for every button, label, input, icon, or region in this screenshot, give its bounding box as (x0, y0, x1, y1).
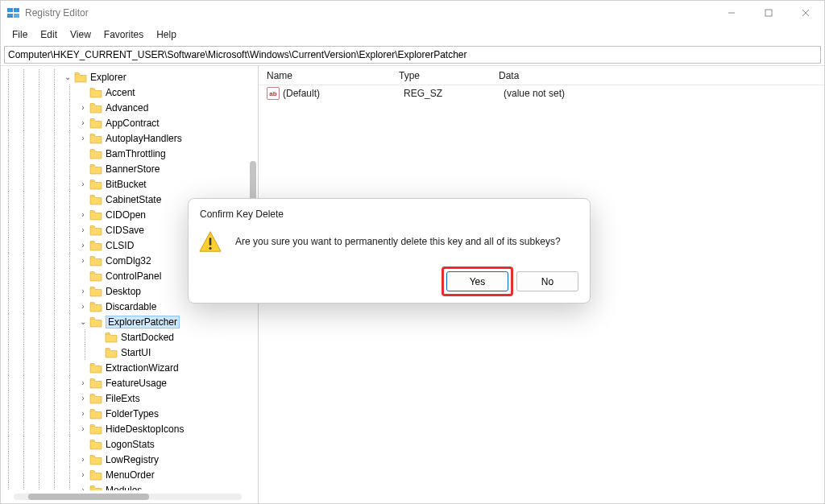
tree-item-label: LogonStats (106, 439, 155, 450)
col-header-data[interactable]: Data (491, 70, 824, 81)
tree-toggle-closed[interactable]: › (77, 209, 89, 221)
tree-item[interactable]: StartDocked (1, 329, 258, 345)
menu-help[interactable]: Help (150, 27, 183, 42)
tree-item[interactable]: ›FeatureUsage (1, 375, 258, 390)
folder-icon (89, 87, 102, 98)
tree-toggle-open[interactable]: ⌄ (77, 316, 89, 328)
menu-favorites[interactable]: Favorites (97, 27, 150, 42)
tree-item[interactable]: ›MenuOrder (1, 467, 258, 482)
menu-file[interactable]: File (6, 27, 34, 42)
maximize-button[interactable] (750, 1, 787, 25)
tree-toggle-closed[interactable]: › (77, 118, 89, 129)
tree-item-label: ExtractionWizard (106, 362, 179, 374)
tree-toggle-closed[interactable]: › (77, 485, 89, 491)
svg-rect-9 (209, 238, 212, 245)
tree-item-label: FeatureUsage (106, 378, 167, 389)
tree-item-label: FileExts (106, 393, 140, 404)
tree-item-label: Desktop (106, 286, 141, 297)
tree-item[interactable]: ›AutoplayHandlers (1, 130, 258, 146)
tree-toggle-closed[interactable]: › (77, 102, 89, 114)
folder-icon (89, 194, 102, 205)
tree-item[interactable]: LogonStats (1, 436, 258, 452)
tree-item[interactable]: ›LowRegistry (1, 452, 258, 467)
tree-item[interactable]: ⌄Explorer (1, 69, 258, 85)
tree-toggle-closed[interactable]: › (77, 378, 89, 389)
address-path: Computer\HKEY_CURRENT_USER\Software\Micr… (8, 49, 467, 60)
tree-item-label: CIDOpen (106, 209, 146, 221)
tree-toggle-closed[interactable]: › (77, 301, 89, 312)
tree-toggle-none (77, 87, 89, 98)
tree-item-label: CabinetState (106, 194, 161, 205)
tree-toggle-closed[interactable]: › (77, 423, 89, 435)
tree-item-label: ComDlg32 (106, 255, 151, 266)
tree-item[interactable]: BamThrottling (1, 146, 258, 161)
minimize-button[interactable] (713, 1, 750, 25)
folder-icon (89, 469, 102, 481)
value-name: (Default) (283, 88, 396, 99)
folder-icon (89, 179, 102, 190)
tree-toggle-closed[interactable]: › (77, 469, 89, 481)
tree-item-label: HideDesktopIcons (106, 423, 184, 435)
folder-icon (89, 439, 102, 450)
tree-item[interactable]: ›FileExts (1, 390, 258, 406)
value-data: (value not set) (495, 88, 824, 99)
tree-toggle-closed[interactable]: › (77, 454, 89, 465)
tree-toggle-closed[interactable]: › (77, 286, 89, 297)
tree-toggle-closed[interactable]: › (77, 179, 89, 190)
svg-rect-0 (7, 8, 13, 12)
svg-rect-5 (765, 10, 772, 16)
yes-button[interactable]: Yes (446, 271, 508, 291)
no-button[interactable]: No (516, 271, 578, 291)
tree-toggle-none (93, 332, 104, 343)
tree-item[interactable]: ›Advanced (1, 100, 258, 115)
tree-item-label: AppContract (106, 118, 160, 129)
folder-icon (89, 408, 102, 419)
tree-item[interactable]: ⌄ExplorerPatcher (1, 314, 258, 329)
tree-item[interactable]: ExtractionWizard (1, 360, 258, 375)
tree-item-label: FolderTypes (106, 408, 159, 419)
tree-toggle-closed[interactable]: › (77, 408, 89, 419)
menu-view[interactable]: View (64, 27, 97, 42)
tree-toggle-closed[interactable]: › (77, 133, 89, 144)
svg-point-10 (209, 247, 211, 250)
tree-toggle-none (77, 194, 89, 205)
tree-item[interactable]: StartUI (1, 345, 258, 360)
tree-item[interactable]: ›Modules (1, 482, 258, 490)
tree-toggle-closed[interactable]: › (77, 393, 89, 404)
menu-edit[interactable]: Edit (34, 27, 64, 42)
svg-rect-2 (7, 14, 13, 18)
close-button[interactable] (787, 1, 824, 25)
folder-icon (74, 72, 87, 83)
tree-item[interactable]: BannerStore (1, 161, 258, 176)
tree-toggle-closed[interactable]: › (77, 240, 89, 251)
tree-toggle-none (77, 163, 89, 175)
tree-item[interactable]: ›FolderTypes (1, 406, 258, 421)
tree-item[interactable]: ›HideDesktopIcons (1, 421, 258, 436)
tree-item-label: LowRegistry (106, 454, 159, 465)
tree-item[interactable]: ›BitBucket (1, 176, 258, 192)
folder-icon (105, 332, 118, 343)
folder-icon (89, 301, 102, 312)
tree-toggle-none (77, 148, 89, 159)
col-header-type[interactable]: Type (391, 70, 491, 81)
list-row[interactable]: ab (Default) REG_SZ (value not set) (259, 85, 824, 101)
tree-item[interactable]: ›AppContract (1, 115, 258, 130)
tree-toggle-none (77, 271, 89, 282)
regedit-icon (7, 6, 20, 19)
folder-icon (89, 118, 102, 129)
folder-icon (89, 454, 102, 465)
folder-icon (89, 102, 102, 114)
tree-item-label: Modules (106, 485, 142, 491)
tree-horizontal-scrollbar[interactable] (14, 494, 242, 500)
tree-toggle-open[interactable]: ⌄ (62, 72, 73, 83)
folder-icon (89, 286, 102, 297)
tree-toggle-closed[interactable]: › (77, 255, 89, 266)
tree-item-label: ControlPanel (106, 271, 161, 282)
col-header-name[interactable]: Name (259, 70, 391, 81)
menubar: File Edit View Favorites Help (1, 25, 824, 44)
address-bar[interactable]: Computer\HKEY_CURRENT_USER\Software\Micr… (4, 46, 821, 64)
tree-toggle-closed[interactable]: › (77, 225, 89, 236)
tree-item[interactable]: Accent (1, 85, 258, 100)
folder-icon (89, 133, 102, 144)
tree-toggle-none (77, 439, 89, 450)
